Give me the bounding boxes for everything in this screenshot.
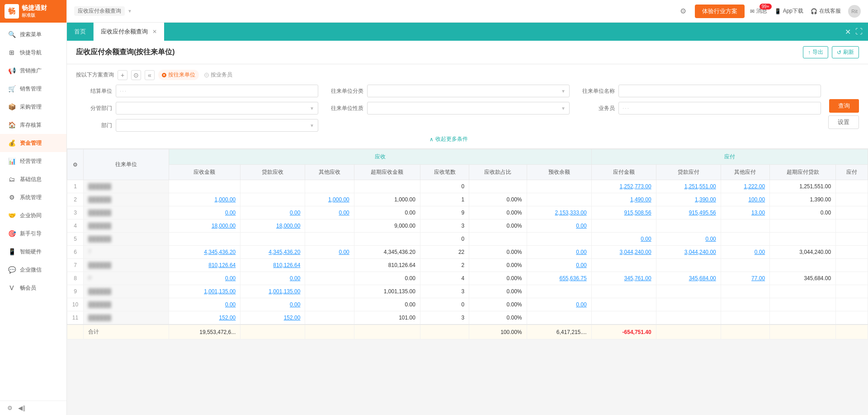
tab-home[interactable]: 首页 <box>67 23 94 41</box>
gear-button[interactable]: ⚙ <box>677 5 689 18</box>
scheme-partner-button[interactable]: ● 按往来单位 <box>158 70 199 80</box>
table-cell[interactable]: 0.00 <box>527 298 591 311</box>
table-cell[interactable]: 1,001,135.00 <box>241 285 305 298</box>
sidebar-item-purchase[interactable]: 📦采购管理 <box>0 98 66 116</box>
sidebar-item-finance[interactable]: 💰资金管理 <box>0 134 66 152</box>
tabbar: 首页 应收应付余额查询 ✕ ✕ ⛶ <box>67 23 868 41</box>
salesman-input[interactable]: ··· <box>618 102 821 114</box>
refresh-button[interactable]: ↺ 刷新 <box>832 46 859 58</box>
sidebar-item-basic[interactable]: 🗂基础信息 <box>0 170 66 188</box>
promo-button[interactable]: 体验行业方案 <box>695 5 745 18</box>
table-cell[interactable]: 18,000.00 <box>169 219 241 233</box>
partner-name-input[interactable] <box>618 85 821 97</box>
collapse-filter-button[interactable]: ∧ 收起更多条件 <box>76 132 821 143</box>
online-service-button[interactable]: 🎧 在线客服 <box>811 7 841 15</box>
export-button[interactable]: ↑ 导出 <box>803 46 828 58</box>
settlement-unit-input[interactable]: ··· <box>116 85 318 97</box>
sidebar-item-sales[interactable]: 🛒销售管理 <box>0 80 66 98</box>
close-icon[interactable]: ✕ <box>845 28 851 36</box>
table-cell[interactable]: 0.00 <box>169 298 241 311</box>
table-cell[interactable]: 4,345,436.20 <box>241 246 305 259</box>
tab-close-icon[interactable]: ✕ <box>152 29 157 35</box>
table-cell[interactable]: 0.00 <box>527 259 591 272</box>
table-cell[interactable]: 915,508.56 <box>591 206 656 219</box>
table-cell[interactable]: 1,251,551.00 <box>656 180 721 193</box>
table-cell[interactable]: 100.00 <box>721 193 769 206</box>
table-cell[interactable]: 0.00 <box>527 246 591 259</box>
table-cell[interactable]: 345,684.00 <box>656 272 721 285</box>
partner-category-input[interactable]: ▼ <box>367 85 570 97</box>
collapse-icon[interactable]: ◀‖ <box>18 405 26 411</box>
dept-input[interactable]: ▼ <box>116 119 318 132</box>
tab-query[interactable]: 应收应付余额查询 ✕ <box>94 23 164 41</box>
row-number: 1 <box>67 180 84 193</box>
table-cell[interactable]: 810,126.64 <box>241 259 305 272</box>
table-cell[interactable]: 0.00 <box>305 246 354 259</box>
table-cell[interactable]: 18,000.00 <box>241 219 305 233</box>
table-cell: 0.00% <box>469 193 527 206</box>
table-cell[interactable]: 810,126.64 <box>169 259 241 272</box>
table-cell[interactable]: 77.00 <box>721 272 769 285</box>
summary-ar-ratio: 100.00% <box>469 324 527 339</box>
setting-button[interactable]: 设置 <box>828 115 859 129</box>
add-scheme-button[interactable]: + <box>118 70 127 80</box>
sidebar-item-inventory[interactable]: 🏠库存核算 <box>0 116 66 134</box>
table-cell[interactable]: 0.00 <box>305 206 354 219</box>
table-cell: 0.00% <box>469 272 527 285</box>
col-settings-icon[interactable]: ⚙ <box>67 149 84 180</box>
table-cell[interactable]: 1,490.00 <box>591 193 656 206</box>
table-cell[interactable]: 0.00 <box>241 206 305 219</box>
configure-scheme-button[interactable]: ⊙ <box>131 70 141 80</box>
department-input[interactable]: ▼ <box>116 102 318 114</box>
sidebar-item-hardware[interactable]: 📱智能硬件 <box>0 243 66 261</box>
user-profile[interactable]: Rit <box>848 5 861 18</box>
query-button[interactable]: 查询 <box>829 99 859 113</box>
table-cell[interactable]: 915,495.56 <box>656 206 721 219</box>
table-cell[interactable]: 3,044,240.00 <box>591 246 656 259</box>
table-cell <box>354 233 420 246</box>
maximize-icon[interactable]: ⛶ <box>855 28 863 36</box>
table-cell[interactable]: 1,000.00 <box>305 193 354 206</box>
table-cell[interactable]: 0.00 <box>169 206 241 219</box>
table-cell[interactable]: 0.00 <box>656 233 721 246</box>
partner-name-cell: ██████ <box>84 298 169 311</box>
sidebar-item-guide[interactable]: 🎯新手引导 <box>0 224 66 243</box>
sidebar-item-member[interactable]: V畅会员 <box>0 279 66 297</box>
collapse-scheme-button[interactable]: « <box>145 70 155 80</box>
table-cell[interactable]: 0.00 <box>169 272 241 285</box>
messages-button[interactable]: ✉ 消息 99+ <box>750 7 767 15</box>
table-cell[interactable]: 1,252,773.00 <box>591 180 656 193</box>
sidebar-item-nav[interactable]: ⊞快捷导航 <box>0 43 66 62</box>
table-cell[interactable]: 0.00 <box>591 233 656 246</box>
sidebar-item-operation[interactable]: 📊经营管理 <box>0 152 66 170</box>
table-cell[interactable]: 1,000.00 <box>169 193 241 206</box>
sidebar-item-system[interactable]: ⚙系统管理 <box>0 188 66 206</box>
app-download-button[interactable]: 📱 App下载 <box>774 7 803 15</box>
table-cell[interactable]: 152.00 <box>169 311 241 325</box>
table-cell <box>469 180 527 193</box>
table-cell: 0.00 <box>354 272 420 285</box>
table-cell[interactable]: 13.00 <box>721 206 769 219</box>
table-cell[interactable]: 1,222.00 <box>721 180 769 193</box>
sidebar-item-collab[interactable]: 🤝企业协同 <box>0 206 66 224</box>
table-cell[interactable]: 0.00 <box>241 298 305 311</box>
table-cell[interactable]: 0.00 <box>721 246 769 259</box>
table-cell[interactable]: 0.00 <box>241 272 305 285</box>
settings-icon[interactable]: ⚙ <box>7 405 13 411</box>
table-cell[interactable]: 2,153,333.00 <box>527 206 591 219</box>
sidebar-item-wechat[interactable]: 💬企业微信 <box>0 261 66 279</box>
partner-name-cell: 7 <box>84 246 169 259</box>
table-cell[interactable]: 1,001,135.00 <box>169 285 241 298</box>
table-cell[interactable]: 152.00 <box>241 311 305 325</box>
table-cell[interactable]: 3,044,240.00 <box>656 246 721 259</box>
table-cell[interactable]: 345,761.00 <box>591 272 656 285</box>
table-cell[interactable]: 655,636.75 <box>527 272 591 285</box>
table-cell[interactable]: 1,390.00 <box>656 193 721 206</box>
partner-nature-input[interactable]: ▼ <box>367 102 570 114</box>
table-cell[interactable]: 4,345,436.20 <box>169 246 241 259</box>
sidebar-item-marketing[interactable]: 📢营销推广 <box>0 62 66 80</box>
scheme-salesman-button[interactable]: ○ 按业务员 <box>201 70 236 80</box>
row-number: 10 <box>67 298 84 311</box>
sidebar-item-search[interactable]: 🔍搜索菜单 <box>0 25 66 43</box>
table-cell[interactable]: 0.00 <box>527 219 591 233</box>
